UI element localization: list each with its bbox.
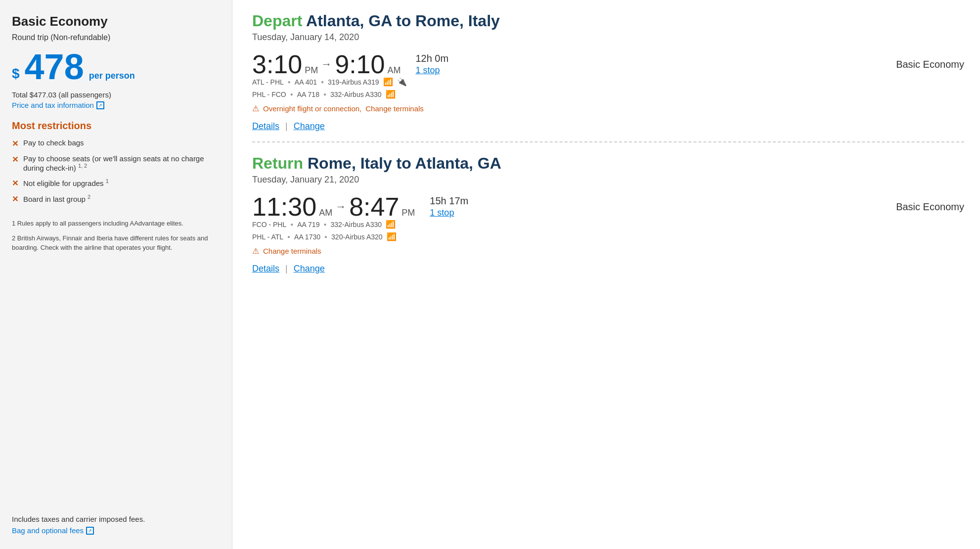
- bottom-section: Includes taxes and carrier imposed fees.…: [12, 515, 218, 535]
- fare-title: Basic Economy: [12, 14, 218, 29]
- list-item: ✕ Pay to choose seats (or we'll assign s…: [12, 154, 218, 172]
- depart-warning-row: ⚠ Overnight flight or connection, Change…: [252, 104, 964, 113]
- list-item: ✕ Not eligible for upgrades 1: [12, 178, 218, 188]
- price-tax-link[interactable]: Price and tax information ↗: [12, 101, 218, 109]
- depart-leg-1: ATL - PHL ● AA 401 ● 319-Airbus A319 📶 🔌: [252, 77, 964, 87]
- per-person-label: per person: [89, 71, 135, 82]
- round-trip-label: Round trip (Non-refundable): [12, 33, 218, 42]
- restrictions-title: Most restrictions: [12, 120, 218, 132]
- return-arrive-time: 8:47 PM: [349, 194, 415, 220]
- return-route: Rome, Italy to Atlanta, GA: [308, 154, 501, 172]
- return-times-row: 11:30 AM → 8:47 PM 15h 17m 1 stop Basic …: [252, 194, 964, 220]
- x-icon: ✕: [12, 179, 18, 188]
- depart-section: Depart Atlanta, GA to Rome, Italy Tuesda…: [252, 12, 964, 132]
- footnotes: 1 Rules apply to all passengers includin…: [12, 219, 218, 258]
- wifi-icon-4: 📶: [387, 232, 397, 241]
- depart-details-row: Details | Change: [252, 121, 964, 132]
- dollar-sign: $: [12, 67, 20, 81]
- return-duration: 15h 17m: [430, 195, 468, 207]
- arrow-icon-2: →: [335, 200, 346, 213]
- return-header: Return Rome, Italy to Atlanta, GA: [252, 154, 964, 173]
- depart-change-terminals-link[interactable]: Change terminals: [365, 104, 424, 113]
- return-change-terminals-link[interactable]: Change terminals: [263, 247, 321, 255]
- return-warning-row: ⚠ Change terminals: [252, 246, 964, 256]
- arrive-time: 9:10 AM: [335, 51, 401, 77]
- depart-header: Depart Atlanta, GA to Rome, Italy: [252, 12, 964, 30]
- depart-date: Tuesday, January 14, 2020: [252, 32, 964, 43]
- return-details-button[interactable]: Details: [252, 264, 279, 274]
- depart-details-button[interactable]: Details: [252, 121, 279, 132]
- footnote-2: 2 British Airways, Finnair and Iberia ha…: [12, 233, 218, 253]
- return-stop-link[interactable]: 1 stop: [430, 208, 468, 218]
- left-panel: Basic Economy Round trip (Non-refundable…: [0, 0, 232, 549]
- return-date: Tuesday, January 21, 2020: [252, 175, 964, 185]
- depart-change-button[interactable]: Change: [294, 121, 325, 132]
- footnote-1: 1 Rules apply to all passengers includin…: [12, 219, 218, 229]
- wifi-icon-1: 📶: [383, 77, 393, 87]
- outlet-icon: 🔌: [397, 77, 407, 87]
- restriction-list: ✕ Pay to check bags ✕ Pay to choose seat…: [12, 138, 218, 210]
- right-panel: Depart Atlanta, GA to Rome, Italy Tuesda…: [232, 0, 980, 549]
- warning-triangle-icon: ⚠: [252, 104, 259, 113]
- x-icon: ✕: [12, 194, 18, 204]
- depart-times-row: 3:10 PM → 9:10 AM 12h 0m 1 stop Basic Ec…: [252, 51, 964, 77]
- arrow-icon: →: [321, 58, 332, 71]
- section-divider: [252, 141, 964, 142]
- list-item: ✕ Board in last group 2: [12, 194, 218, 204]
- x-icon: ✕: [12, 155, 18, 164]
- return-details-row: Details | Change: [252, 264, 964, 274]
- warning-triangle-icon-2: ⚠: [252, 246, 259, 256]
- external-link-icon: ↗: [96, 101, 104, 109]
- price-row: $ 478 per person: [12, 49, 218, 85]
- depart-leg-2: PHL - FCO ● AA 718 ● 332-Airbus A330 📶: [252, 90, 964, 99]
- x-icon: ✕: [12, 139, 18, 148]
- return-leg-1: FCO - PHL ● AA 719 ● 332-Airbus A330 📶: [252, 220, 964, 229]
- bag-fees-link[interactable]: Bag and optional fees ↗: [12, 526, 94, 535]
- total-label: Total $477.03 (all passengers): [12, 91, 218, 99]
- includes-taxes: Includes taxes and carrier imposed fees.: [12, 515, 218, 523]
- return-depart-time: 11:30 AM: [252, 194, 332, 220]
- price-amount: 478: [25, 49, 84, 85]
- wifi-icon-2: 📶: [386, 90, 396, 99]
- wifi-icon-3: 📶: [386, 220, 396, 229]
- external-link-icon-2: ↗: [86, 527, 94, 535]
- depart-route: Atlanta, GA to Rome, Italy: [306, 12, 500, 30]
- depart-time: 3:10 PM: [252, 51, 318, 77]
- depart-duration: 12h 0m: [415, 53, 448, 64]
- return-section: Return Rome, Italy to Atlanta, GA Tuesda…: [252, 154, 964, 274]
- return-flight-legs: FCO - PHL ● AA 719 ● 332-Airbus A330 📶 P…: [252, 220, 964, 241]
- list-item: ✕ Pay to check bags: [12, 138, 218, 148]
- return-word: Return: [252, 154, 303, 172]
- return-change-button[interactable]: Change: [294, 264, 325, 274]
- depart-stop-link[interactable]: 1 stop: [415, 65, 448, 76]
- depart-flight-legs: ATL - PHL ● AA 401 ● 319-Airbus A319 📶 🔌…: [252, 77, 964, 99]
- return-leg-2: PHL - ATL ● AA 1730 ● 320-Airbus A320 📶: [252, 232, 964, 241]
- depart-word: Depart: [252, 12, 302, 30]
- return-fare-class: Basic Economy: [896, 201, 964, 213]
- depart-fare-class: Basic Economy: [896, 59, 964, 70]
